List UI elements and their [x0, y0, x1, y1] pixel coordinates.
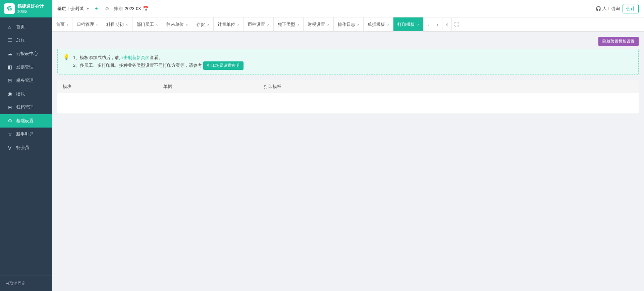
tab-expand-button[interactable]: ⛶ — [452, 17, 461, 31]
tab-operation-log[interactable]: 操作日志 × — [334, 17, 364, 31]
tab-close-all-button[interactable]: × — [442, 17, 452, 31]
logo-icon: 畅 — [4, 3, 15, 14]
invoice-icon: ◧ — [7, 64, 13, 70]
archive-icon: ⊞ — [7, 104, 13, 110]
print-scene-button[interactable]: 打印场景设置宣明 — [203, 61, 244, 70]
sidebar-item-invoices[interactable]: ◧ 发票管理 — [0, 60, 52, 74]
tab-archive-close[interactable]: × — [96, 22, 98, 27]
cloud-icon: ☁ — [7, 51, 13, 57]
sidebar-item-settings[interactable]: ⚙ 基础设置 — [0, 114, 52, 128]
tab-unit[interactable]: 计量单位 × — [214, 17, 244, 31]
settings-gear-icon[interactable]: ⚙ — [104, 6, 111, 11]
member-icon: V — [7, 145, 13, 151]
notice-bar: 💡 1、模板添加成功后，请点击刷新新页面查看。 2、多员工、多打印机、多种业务类… — [57, 49, 639, 75]
period-display: 账期 2023-03 📅 — [114, 6, 149, 12]
sidebar-item-label: 总账 — [16, 37, 25, 43]
sidebar-item-closing[interactable]: ◉ 结账 — [0, 87, 52, 101]
settings-icon: ⚙ — [7, 118, 13, 124]
sidebar-item-label: 首页 — [16, 24, 25, 30]
tab-single-template[interactable]: 单据模板 × — [364, 17, 393, 31]
add-tab-button[interactable]: ＋ — [92, 5, 100, 12]
tab-supplier-close[interactable]: × — [186, 22, 188, 27]
sidebar-item-label: 畅会员 — [16, 145, 29, 151]
support-button[interactable]: 🎧 人工咨询 — [596, 6, 620, 12]
logo-area: 畅 畅捷通好会计 旗舰版 — [0, 0, 52, 17]
col-module-header: 模块 — [63, 84, 163, 90]
table-body — [57, 93, 639, 113]
topbar: 基层工会测试 ▾ ＋ ⚙ 账期 2023-03 📅 🎧 人工咨询 会计 — [52, 0, 644, 17]
tab-archive-mgmt[interactable]: 归档管理 × — [72, 17, 102, 31]
col-doc-header: 单据 — [163, 84, 264, 90]
sidebar-item-member[interactable]: V 畅会员 — [0, 141, 52, 154]
tax-icon: ⊟ — [7, 78, 13, 84]
logo-subtitle: 旗舰版 — [17, 9, 44, 14]
tab-dept-emp[interactable]: 部门员工 × — [132, 17, 162, 31]
top-right-actions: 隐藏预置模板设置 — [57, 37, 639, 46]
tab-currency-close[interactable]: × — [267, 22, 269, 27]
sidebar-nav: ⌂ 首页 ☰ 总账 ☁ 云报表中心 ◧ 发票管理 ⊟ 税务管理 ◉ 结账 ⊞ 归… — [0, 17, 52, 276]
tab-tax-close[interactable]: × — [327, 22, 329, 27]
tab-supplier[interactable]: 往来单位 × — [162, 17, 192, 31]
tab-currency[interactable]: 币种设置 × — [244, 17, 273, 31]
tab-dept-close[interactable]: × — [156, 22, 158, 27]
data-table: 模块 单据 打印模板 — [57, 80, 639, 113]
tabbar: 首页 ‹ 归档管理 × 科目期初 × 部门员工 × 往来单位 × 存货 × 计量… — [52, 17, 644, 32]
tab-voucher-close[interactable]: × — [297, 22, 299, 27]
table-header-row: 模块 单据 打印模板 — [57, 80, 639, 93]
sidebar: 畅 畅捷通好会计 旗舰版 ⌂ 首页 ☰ 总账 ☁ 云报表中心 ◧ 发票管理 ⊟ … — [0, 0, 52, 291]
tab-inventory[interactable]: 存货 × — [192, 17, 213, 31]
sidebar-item-label: 发票管理 — [16, 64, 34, 70]
tab-subject-close[interactable]: × — [126, 22, 128, 27]
headset-icon: 🎧 — [596, 6, 601, 11]
sidebar-item-label: 结账 — [16, 91, 25, 97]
sidebar-item-archive[interactable]: ⊞ 归档管理 — [0, 101, 52, 114]
ledger-icon: ☰ — [7, 37, 13, 43]
sidebar-item-home[interactable]: ⌂ 首页 — [0, 20, 52, 34]
tab-tax-setting[interactable]: 财税设置 × — [304, 17, 333, 31]
tab-unit-close[interactable]: × — [237, 22, 239, 27]
home-icon: ⌂ — [7, 24, 13, 30]
account-button[interactable]: 会计 — [623, 4, 639, 13]
unpin-button[interactable]: ◄取消固定 — [0, 276, 52, 291]
closing-icon: ◉ — [7, 91, 13, 97]
content-area: 隐藏预置模板设置 💡 1、模板添加成功后，请点击刷新新页面查看。 2、多员工、多… — [52, 32, 644, 291]
notice-icon: 💡 — [63, 54, 70, 60]
sidebar-item-reports[interactable]: ☁ 云报表中心 — [0, 47, 52, 60]
refresh-link[interactable]: 点击刷新新页面 — [119, 55, 150, 60]
guide-icon: ☆ — [7, 131, 13, 137]
tab-home[interactable]: 首页 ‹ — [52, 17, 72, 31]
sidebar-item-label: 新手引导 — [16, 131, 34, 137]
main-area: 基层工会测试 ▾ ＋ ⚙ 账期 2023-03 📅 🎧 人工咨询 会计 首页 ‹… — [52, 0, 644, 291]
tab-oplog-close[interactable]: × — [357, 22, 359, 27]
calendar-icon[interactable]: 📅 — [143, 6, 149, 11]
company-dropdown-icon[interactable]: ▾ — [87, 6, 89, 11]
tab-single-close[interactable]: × — [387, 22, 389, 27]
sidebar-item-label: 归档管理 — [16, 104, 34, 110]
sidebar-item-label: 基础设置 — [16, 118, 34, 124]
tab-home-back[interactable]: ‹ — [67, 22, 68, 27]
tab-subject-init[interactable]: 科目期初 × — [102, 17, 132, 31]
tab-print-template[interactable]: 打印模板 × — [393, 17, 423, 31]
tab-prev-button[interactable]: ‹ — [424, 17, 433, 31]
logo-title: 畅捷通好会计 — [17, 4, 44, 9]
hide-template-button[interactable]: 隐藏预置模板设置 — [598, 37, 639, 46]
sidebar-item-label: 云报表中心 — [16, 51, 38, 57]
tab-voucher-type[interactable]: 凭证类型 × — [274, 17, 304, 31]
col-template-header: 打印模板 — [264, 84, 633, 90]
sidebar-item-label: 税务管理 — [16, 78, 34, 84]
sidebar-item-ledger[interactable]: ☰ 总账 — [0, 34, 52, 47]
sidebar-item-tax[interactable]: ⊟ 税务管理 — [0, 74, 52, 87]
sidebar-item-guide[interactable]: ☆ 新手引导 — [0, 128, 52, 141]
tab-inventory-close[interactable]: × — [207, 22, 209, 27]
tab-print-close[interactable]: × — [417, 22, 419, 27]
notice-text: 1、模板添加成功后，请点击刷新新页面查看。 2、多员工、多打印机、多种业务类型设… — [73, 54, 633, 70]
topbar-right: 🎧 人工咨询 会计 — [596, 4, 639, 13]
tab-next-button[interactable]: › — [433, 17, 442, 31]
company-name: 基层工会测试 — [57, 6, 84, 12]
